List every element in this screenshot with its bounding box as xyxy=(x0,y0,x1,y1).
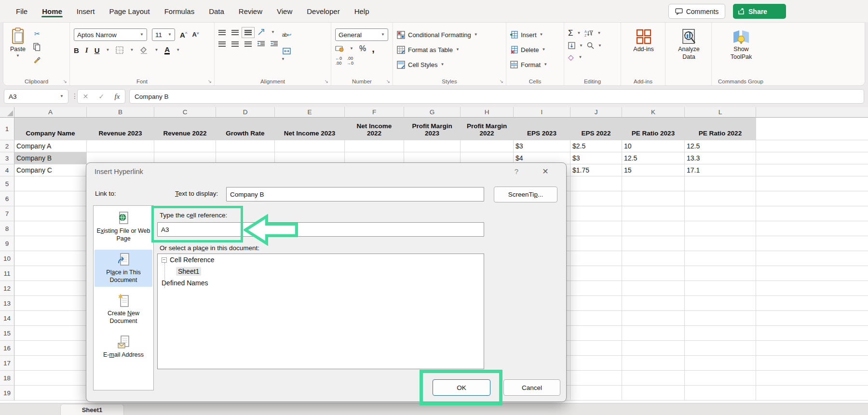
menu-tab-review[interactable]: Review xyxy=(232,4,269,18)
cell-J17[interactable] xyxy=(570,356,622,371)
cell-L12[interactable] xyxy=(685,281,756,296)
menu-tab-file[interactable]: File xyxy=(10,4,34,18)
number-dialog-launcher-icon[interactable]: ↘ xyxy=(386,79,390,84)
cell-J5[interactable] xyxy=(570,176,622,191)
row-header-7[interactable]: 7 xyxy=(0,206,14,221)
cell-L17[interactable] xyxy=(685,356,756,371)
fill-color-icon[interactable] xyxy=(140,46,148,54)
column-header-K[interactable]: K xyxy=(622,107,685,118)
column-header-F[interactable]: F xyxy=(345,107,404,118)
increase-font-icon[interactable]: A^ xyxy=(180,31,188,39)
menu-tab-insert[interactable]: Insert xyxy=(70,4,101,18)
row-header-6[interactable]: 6 xyxy=(0,191,14,206)
row-header-17[interactable]: 17 xyxy=(0,356,14,371)
cell-J7[interactable] xyxy=(570,206,622,221)
cell-K8[interactable] xyxy=(622,221,685,236)
cell-K1[interactable]: PE Ratio 2023 xyxy=(622,118,685,140)
cell-J14[interactable] xyxy=(570,311,622,326)
row-header-12[interactable]: 12 xyxy=(0,281,14,296)
align-center-icon[interactable] xyxy=(231,41,239,47)
cell-K10[interactable] xyxy=(622,251,685,266)
cell-K2[interactable]: 10 xyxy=(622,140,685,152)
cell-A2[interactable]: Company A xyxy=(14,140,87,152)
text-to-display-input[interactable] xyxy=(226,187,484,201)
cell-L19[interactable] xyxy=(685,386,756,401)
accounting-format-icon[interactable] xyxy=(335,45,344,52)
cell-A10[interactable] xyxy=(14,251,87,266)
sort-filter-icon[interactable]: AZ xyxy=(584,29,593,37)
cell-L5[interactable] xyxy=(685,176,756,191)
italic-button[interactable]: I xyxy=(85,46,88,54)
column-header-E[interactable]: E xyxy=(275,107,345,118)
show-toolpak-button[interactable]: Show ToolPak xyxy=(716,27,767,63)
cell-K5[interactable] xyxy=(622,176,685,191)
row-header-19[interactable]: 19 xyxy=(0,386,14,401)
menu-tab-help[interactable]: Help xyxy=(348,4,376,18)
conditional-formatting-button[interactable]: Conditional Formatting▼ xyxy=(397,28,503,41)
cell-B1[interactable]: Revenue 2023 xyxy=(87,118,154,140)
cell-A17[interactable] xyxy=(14,356,87,371)
clipboard-dialog-launcher-icon[interactable]: ↘ xyxy=(63,79,67,84)
align-left-icon[interactable] xyxy=(218,41,226,47)
cut-icon[interactable]: ✂ xyxy=(32,29,42,38)
cell-J3[interactable]: $3 xyxy=(570,152,622,164)
column-header-C[interactable]: C xyxy=(154,107,216,118)
font-size-select[interactable]: 11▼ xyxy=(152,28,175,41)
cell-K16[interactable] xyxy=(622,341,685,356)
cell-L4[interactable]: 17.1 xyxy=(685,164,756,176)
bottom-align-icon[interactable] xyxy=(244,30,252,35)
column-header-D[interactable]: D xyxy=(216,107,275,118)
comma-style-icon[interactable]: , xyxy=(372,46,375,51)
column-header-L[interactable]: L xyxy=(685,107,756,118)
cell-J11[interactable] xyxy=(570,266,622,281)
percent-style-icon[interactable]: % xyxy=(359,44,366,53)
clear-icon[interactable]: ◇ xyxy=(568,53,574,62)
cell-J4[interactable]: $1.75 xyxy=(570,164,622,176)
row-header-2[interactable]: 2 xyxy=(0,140,14,152)
cell-A19[interactable] xyxy=(14,386,87,401)
cell-J9[interactable] xyxy=(570,236,622,251)
bold-button[interactable]: B xyxy=(74,46,79,54)
cell-A5[interactable] xyxy=(14,176,87,191)
row-header-3[interactable]: 3 xyxy=(0,152,14,164)
font-name-select[interactable]: Aptos Narrow▼ xyxy=(74,28,147,41)
cell-L1[interactable]: PE Ratio 2022 xyxy=(685,118,756,140)
cell-I2[interactable]: $3 xyxy=(514,140,570,152)
menu-tab-view[interactable]: View xyxy=(271,4,298,18)
cell-J15[interactable] xyxy=(570,326,622,341)
addins-button[interactable]: Add-ins xyxy=(625,27,662,55)
styles-dialog-launcher-icon[interactable]: ↘ xyxy=(500,79,503,84)
top-align-icon[interactable] xyxy=(218,30,226,35)
cell-I1[interactable]: EPS 2023 xyxy=(514,118,570,140)
row-header-15[interactable]: 15 xyxy=(0,326,14,341)
cell-A18[interactable] xyxy=(14,371,87,386)
document-place-tree[interactable]: −Cell ReferenceSheet1Defined Names xyxy=(157,254,484,369)
tree-node-defined-names[interactable]: Defined Names xyxy=(158,277,484,289)
row-header-9[interactable]: 9 xyxy=(0,236,14,251)
cell-A11[interactable] xyxy=(14,266,87,281)
cell-L3[interactable]: 13.3 xyxy=(685,152,756,164)
decrease-indent-icon[interactable] xyxy=(258,41,265,47)
cell-F1[interactable]: Net Income 2022 xyxy=(345,118,404,140)
cell-K12[interactable] xyxy=(622,281,685,296)
row-header-18[interactable]: 18 xyxy=(0,371,14,386)
cell-A13[interactable] xyxy=(14,296,87,311)
collapse-icon[interactable]: − xyxy=(162,257,167,263)
cell-L6[interactable] xyxy=(685,191,756,206)
cell-L14[interactable] xyxy=(685,311,756,326)
cell-J1[interactable]: EPS 2022 xyxy=(570,118,622,140)
share-button[interactable]: Share xyxy=(733,4,786,19)
tree-node-cell-reference[interactable]: −Cell Reference xyxy=(158,254,484,266)
row-header-16[interactable]: 16 xyxy=(0,341,14,356)
row-header-10[interactable]: 10 xyxy=(0,251,14,266)
cell-A7[interactable] xyxy=(14,206,87,221)
cell-J18[interactable] xyxy=(570,371,622,386)
cell-K17[interactable] xyxy=(622,356,685,371)
confirm-entry-icon[interactable]: ✓ xyxy=(99,93,105,100)
cell-G2[interactable] xyxy=(404,140,461,152)
formula-input[interactable]: Company B xyxy=(129,89,864,104)
cell-L13[interactable] xyxy=(685,296,756,311)
cell-K13[interactable] xyxy=(622,296,685,311)
cell-J2[interactable]: $2.5 xyxy=(570,140,622,152)
row-header-8[interactable]: 8 xyxy=(0,221,14,236)
